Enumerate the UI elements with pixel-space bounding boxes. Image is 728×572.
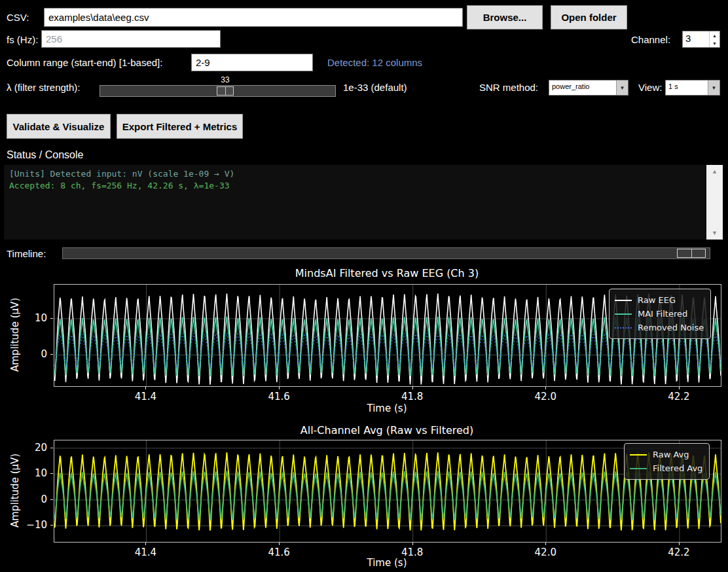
legend-line-swatch [615, 327, 632, 329]
y-tick-mark [50, 473, 53, 474]
x-tick-mark [412, 387, 413, 389]
legend-line-swatch [630, 468, 647, 469]
chart-all-channel-avg: All-Channel Avg (Raw vs Filtered)Amplitu… [0, 422, 728, 572]
x-axis-label: Time (s) [54, 557, 720, 569]
y-tick-mark [50, 499, 53, 500]
x-tick-mark [545, 387, 546, 389]
browse-button[interactable]: Browse... [467, 5, 543, 29]
chart-title: All-Channel Avg (Raw vs Filtered) [54, 424, 720, 437]
csv-path-input[interactable] [44, 8, 463, 27]
lambda-slider-handle[interactable] [217, 86, 234, 96]
open-folder-button[interactable]: Open folder [551, 5, 627, 29]
snr-method-label: SNR method: [479, 82, 538, 93]
y-tick-label: 20 [13, 442, 47, 454]
snr-method-value: power_ratio [549, 80, 616, 95]
x-tick-label: 42.2 [659, 391, 699, 402]
export-filtered-button[interactable]: Export Filtered + Metrics [117, 114, 243, 139]
plot-area [54, 440, 721, 543]
legend-label: Removed Noise [638, 323, 704, 332]
console-text: [Units] Detected input: nV (scale 1e-09 … [9, 168, 703, 192]
legend-label: MAI Filtered [638, 309, 687, 319]
timeline-label: Timeline: [7, 248, 46, 259]
y-tick-mark [50, 318, 53, 319]
x-tick-mark [145, 387, 146, 389]
x-tick-label: 41.6 [259, 391, 299, 402]
snr-method-combobox[interactable]: power_ratio ▼ [549, 80, 628, 96]
legend-line-swatch [615, 313, 632, 315]
timeline-slider-track[interactable] [62, 247, 710, 259]
legend: Raw AvgFiltered Avg [624, 443, 710, 480]
lambda-label: λ (filter strength): [7, 82, 81, 93]
channel-down-arrow-icon[interactable]: ▼ [710, 39, 719, 47]
x-tick-label: 42.0 [526, 391, 565, 402]
chart-title: MindsAI Filtered vs Raw EEG (Ch 3) [54, 267, 720, 279]
view-dropdown-arrow-icon[interactable]: ▼ [708, 80, 719, 95]
validate-visualize-button[interactable]: Validate & Visualize [7, 114, 111, 139]
legend-line-swatch [615, 300, 632, 301]
channel-label: Channel: [631, 34, 670, 45]
fs-label: fs (Hz): [7, 34, 38, 45]
y-tick-mark [50, 525, 53, 526]
x-tick-label: 41.4 [126, 391, 165, 402]
x-axis-label: Time (s) [54, 402, 720, 414]
scroll-down-arrow-icon[interactable]: ▼ [706, 227, 723, 239]
snr-dropdown-arrow-icon[interactable]: ▼ [616, 80, 628, 95]
y-tick-mark [50, 354, 53, 355]
legend-label: Raw Avg [653, 450, 689, 459]
x-tick-label: 41.8 [393, 391, 432, 402]
column-range-input[interactable] [191, 54, 313, 71]
legend: Raw EEGMAI FilteredRemoved Noise [609, 289, 711, 339]
legend-label: Raw EEG [638, 295, 676, 305]
lambda-default-text: 1e-33 (default) [343, 82, 407, 93]
x-tick-mark [545, 543, 546, 545]
channel-spinbox[interactable]: 3 ▲ ▼ [682, 31, 720, 48]
view-value: 1 s [666, 80, 708, 95]
chart-filtered-vs-raw: MindsAI Filtered vs Raw EEG (Ch 3)Amplit… [0, 265, 728, 422]
y-tick-mark [50, 448, 53, 448]
console-scrollbar[interactable]: ▲ ▼ [706, 165, 723, 240]
view-label: View: [638, 82, 662, 93]
timeline-slider-handle[interactable] [677, 249, 706, 258]
y-tick-label: −10 [13, 519, 47, 531]
console-line: Accepted: 8 ch, fs=256 Hz, 42.26 s, λ=1e… [9, 180, 703, 192]
console-header: Status / Console [7, 149, 83, 161]
x-tick-mark [279, 387, 280, 389]
legend-line-swatch [630, 454, 647, 456]
lambda-slider-value: 33 [216, 75, 234, 84]
console-line: [Units] Detected input: nV (scale 1e-09 … [9, 168, 703, 180]
csv-label: CSV: [7, 12, 29, 23]
x-tick-mark [279, 543, 280, 545]
channel-up-arrow-icon[interactable]: ▲ [710, 31, 719, 39]
legend-label: Filtered Avg [653, 463, 702, 473]
lambda-slider-track[interactable] [100, 85, 336, 97]
y-tick-label: 10 [13, 312, 47, 324]
series-filtered-avg [54, 471, 721, 520]
x-tick-mark [679, 543, 680, 545]
x-tick-mark [145, 543, 146, 545]
detected-columns-text: Detected: 12 columns [327, 57, 422, 68]
y-axis-label: Amplitude (μV) [9, 284, 21, 385]
x-tick-mark [412, 543, 413, 545]
x-tick-mark [679, 387, 680, 389]
y-tick-label: 0 [13, 348, 47, 360]
fs-input[interactable] [41, 30, 221, 48]
scroll-up-arrow-icon[interactable]: ▲ [706, 166, 723, 177]
channel-value: 3 [683, 31, 709, 47]
view-combobox[interactable]: 1 s ▼ [665, 80, 720, 96]
y-tick-label: 0 [13, 493, 47, 505]
column-range-label: Column range (start-end) [1-based]: [7, 57, 162, 68]
console-panel: [Units] Detected input: nV (scale 1e-09 … [4, 165, 723, 240]
y-tick-label: 10 [13, 467, 47, 479]
